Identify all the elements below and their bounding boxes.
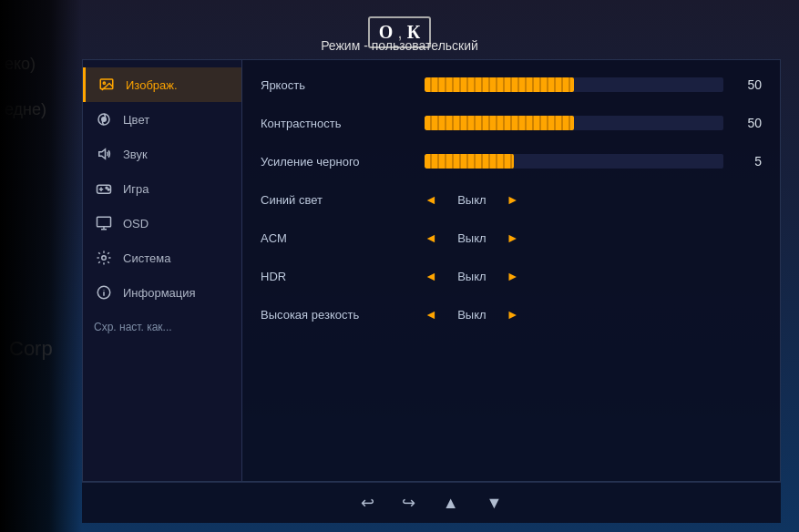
sidebar-item-osd[interactable]: OSD	[83, 206, 241, 240]
sidebar-item-color[interactable]: Цвет	[83, 102, 241, 137]
sidebar-item-sound[interactable]: Звук	[83, 137, 241, 171]
info-icon	[94, 282, 114, 302]
svg-point-8	[106, 187, 108, 189]
acm-arrow-right[interactable]: ►	[507, 230, 519, 245]
osd-panel: Изображ. Цвет	[82, 59, 781, 482]
hdr-toggle: ◄ Выкл ►	[425, 269, 762, 283]
brightness-slider-bar[interactable]	[425, 77, 723, 92]
nav-up-button[interactable]: ▲	[443, 494, 459, 513]
sidebar-item-image[interactable]: Изображ.	[83, 67, 241, 102]
sidebar-item-game[interactable]: Игра	[83, 171, 241, 206]
acm-value: Выкл	[445, 231, 499, 245]
contrast-slider-container: 50	[425, 116, 762, 130]
contrast-slider-bar[interactable]	[425, 116, 723, 130]
contrast-fill	[425, 116, 574, 130]
blue-light-toggle: ◄ Выкл ►	[425, 192, 762, 207]
sidebar-item-system[interactable]: Система	[83, 240, 241, 275]
setting-row-blue-light: Синий свет ◄ Выкл ►	[261, 186, 762, 213]
sidebar-label-osd: OSD	[123, 217, 149, 230]
hdr-label: HDR	[261, 270, 425, 283]
sidebar-label-game: Игра	[123, 182, 149, 196]
svg-point-1	[103, 82, 105, 84]
acm-arrow-left[interactable]: ◄	[425, 230, 437, 245]
super-sharpness-value: Выкл	[445, 308, 499, 322]
hdr-value: Выкл	[445, 270, 499, 283]
brightness-slider-container: 50	[425, 77, 762, 92]
super-sharpness-arrow-right[interactable]: ►	[507, 307, 519, 322]
settings-content: Яркость 50 Контрастность 50	[242, 60, 780, 481]
nav-back-button[interactable]: ↩	[361, 493, 374, 513]
super-sharpness-toggle: ◄ Выкл ►	[425, 307, 762, 322]
brightness-label: Яркость	[261, 78, 425, 92]
super-sharpness-arrow-left[interactable]: ◄	[425, 307, 437, 322]
svg-point-13	[102, 256, 107, 261]
contrast-label: Контрастность	[261, 117, 425, 130]
nav-enter-button[interactable]: ↪	[402, 493, 415, 513]
black-boost-slider-bar[interactable]	[425, 154, 723, 169]
contrast-value: 50	[734, 116, 762, 130]
svg-point-9	[108, 189, 109, 190]
setting-row-acm: ACM ◄ Выкл ►	[261, 224, 762, 251]
black-boost-slider-container: 5	[425, 154, 762, 169]
sound-icon	[94, 144, 114, 164]
setting-row-brightness: Яркость 50	[261, 71, 762, 98]
sidebar-label-info: Информация	[123, 286, 196, 300]
hdr-arrow-left[interactable]: ◄	[425, 269, 437, 283]
brightness-fill	[425, 77, 574, 92]
screen: еко) еднe) Corp О , К Режим - пользовате…	[0, 0, 799, 532]
svg-rect-10	[97, 217, 111, 227]
svg-marker-4	[99, 149, 106, 159]
mode-title: Режим - пользовательский	[0, 38, 799, 53]
acm-label: ACM	[261, 231, 425, 245]
super-sharpness-label: Высокая резкость	[261, 308, 425, 322]
left-text-2: еднe)	[5, 100, 46, 119]
osd-icon	[94, 213, 114, 233]
svg-point-3	[102, 118, 107, 122]
black-boost-label: Усиление черного	[261, 155, 425, 169]
setting-row-super-sharpness: Высокая резкость ◄ Выкл ►	[261, 301, 762, 328]
sidebar: Изображ. Цвет	[83, 60, 242, 481]
sidebar-label-sound: Звук	[123, 148, 148, 161]
system-icon	[94, 248, 114, 268]
setting-row-contrast: Контрастность 50	[261, 109, 762, 137]
blue-light-arrow-left[interactable]: ◄	[425, 192, 437, 207]
game-icon	[94, 179, 114, 199]
sidebar-item-info[interactable]: Информация	[83, 275, 241, 310]
bottom-nav: ↩ ↪ ▲ ▼	[82, 482, 781, 523]
color-icon	[94, 109, 114, 129]
top-bar: О , К	[0, 0, 799, 64]
blue-light-value: Выкл	[445, 193, 499, 207]
setting-row-hdr: HDR ◄ Выкл ►	[261, 262, 762, 290]
image-icon	[97, 75, 117, 95]
blue-light-label: Синий свет	[261, 193, 425, 207]
sidebar-label-image: Изображ.	[126, 78, 178, 92]
brightness-value: 50	[734, 77, 762, 92]
sidebar-label-color: Цвет	[123, 113, 149, 127]
acm-toggle: ◄ Выкл ►	[425, 230, 762, 245]
save-preset[interactable]: Схр. наст. как...	[83, 313, 241, 341]
nav-down-button[interactable]: ▼	[487, 494, 503, 513]
corp-text: Corp	[9, 337, 53, 361]
black-boost-fill	[425, 154, 514, 169]
sidebar-label-system: Система	[123, 251, 170, 265]
blue-light-arrow-right[interactable]: ►	[507, 192, 519, 207]
hdr-arrow-right[interactable]: ►	[507, 269, 519, 283]
black-boost-value: 5	[734, 154, 762, 169]
setting-row-black-boost: Усиление черного 5	[261, 148, 762, 175]
